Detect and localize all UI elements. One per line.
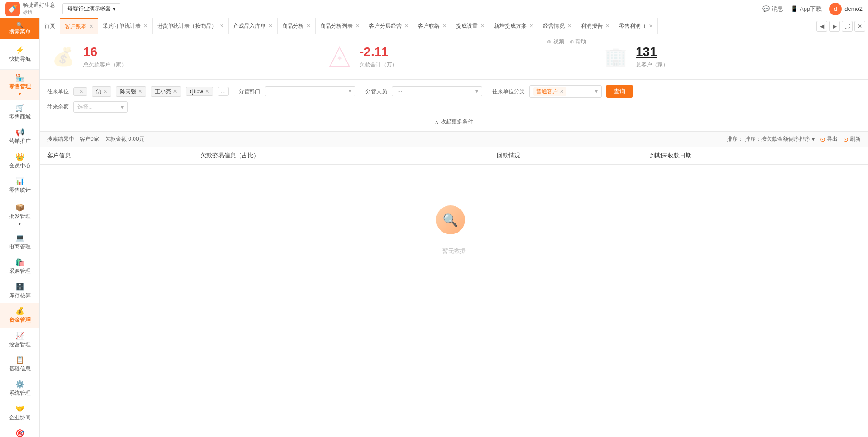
filter-balance-select[interactable]: 选择... ▾ <box>73 101 128 113</box>
batch-mgmt-label: 批发管理 <box>9 213 31 220</box>
messages-btn[interactable]: 💬 消息 <box>762 5 783 13</box>
filter-tag-empty: ✕ <box>73 87 87 96</box>
sidebar-item-system[interactable]: ⚙️ 系统管理 <box>0 376 39 401</box>
sidebar-item-purchase[interactable]: 🛍️ 采购管理 <box>0 254 39 279</box>
table-container: 客户信息 欠款交易信息（占比） 回款情况 到期未收款日期 <box>40 147 868 437</box>
filter-category-select[interactable]: 普通客户 ✕ ▾ <box>529 86 602 98</box>
tab-retail-profit-close[interactable]: ✕ <box>649 23 653 29</box>
sidebar-item-retail-stats[interactable]: 📊 零售统计 <box>0 173 39 198</box>
sidebar-item-quick-nav[interactable]: ⚡ 快捷导航 <box>0 42 39 66</box>
col-repayment-label: 回款情况 <box>497 152 520 159</box>
retail-mall-icon: 🛒 <box>15 104 24 112</box>
tab-profit-report-close[interactable]: ✕ <box>605 23 609 29</box>
tab-customer-segment-close[interactable]: ✕ <box>404 23 408 29</box>
account-dropdown[interactable]: 母婴行业演示帐套 ▾ <box>62 3 120 14</box>
debt-amount-icon-area: ✦ <box>327 44 352 70</box>
col-due-date-label: 到期未收款日期 <box>650 152 691 159</box>
tab-home[interactable]: 首页 <box>40 18 60 34</box>
filter-tag-empty-remove[interactable]: ✕ <box>79 89 83 95</box>
filter-category-tag-remove[interactable]: ✕ <box>560 89 564 95</box>
refresh-btn[interactable]: ⊙ 刷新 <box>843 135 861 143</box>
filter-tag-chen-remove[interactable]: ✕ <box>138 89 142 95</box>
tab-profit-report[interactable]: 利润报告 ✕ <box>576 18 614 34</box>
tab-goods-analysis-label: 商品分析 <box>282 22 304 30</box>
sidebar-item-marketing[interactable]: 📢 营销推广 <box>0 124 39 149</box>
tab-cost-inbound-label: 产成品入库单 <box>233 22 266 30</box>
tab-cost-inbound-close[interactable]: ✕ <box>269 23 273 29</box>
empty-icon-circle: 🔍 <box>436 205 465 234</box>
filter-dept-select[interactable]: ▾ <box>265 86 355 96</box>
sidebar-item-basic-info[interactable]: 📋 基础信息 <box>0 352 39 376</box>
tab-inbound-stats[interactable]: 进货单统计表（按商品） ✕ <box>153 18 229 34</box>
tab-fullscreen-btn[interactable]: ⛶ <box>842 21 853 32</box>
sidebar-item-new-guide[interactable]: 🎯 新手引导 <box>0 425 39 437</box>
filter-tag-qiu-text: 仇 <box>96 88 101 95</box>
chevron-up-icon: ∧ <box>435 119 439 125</box>
export-btn[interactable]: ⊙ 导出 <box>820 135 838 143</box>
tab-purchase-order-stats-close[interactable]: ✕ <box>144 23 148 29</box>
filter-manager-select[interactable]: ··· ▾ <box>392 86 482 96</box>
help-btn[interactable]: ⊙ 帮助 <box>570 38 586 46</box>
sidebar-search[interactable]: 🔍 搜索菜单 <box>0 18 39 39</box>
tab-retail-profit[interactable]: 零售利润（ ✕ <box>614 18 658 34</box>
sidebar-item-inventory[interactable]: 🗄️ 库存核算 <box>0 279 39 303</box>
logo-title: 畅捷通好生意 <box>23 2 55 9</box>
operations-icon: 📈 <box>15 331 24 340</box>
collapse-btn[interactable]: ∧ 收起更多条件 <box>47 116 861 128</box>
sidebar-item-batch-mgmt[interactable]: 📦 批发管理 ▾ <box>0 200 39 230</box>
tab-operations-status-close[interactable]: ✕ <box>567 23 571 29</box>
tab-customer-capital[interactable]: 客户账本 ✕ <box>60 18 98 34</box>
tab-new-tip-plan-close[interactable]: ✕ <box>529 23 533 29</box>
tab-goods-analysis-list[interactable]: 商品分析列表 ✕ <box>316 18 364 34</box>
video-btn[interactable]: ⊙ 视频 <box>547 38 564 46</box>
refresh-label: 刷新 <box>850 135 861 143</box>
tab-cost-inbound[interactable]: 产成品入库单 ✕ <box>229 18 278 34</box>
query-button[interactable]: 查询 <box>606 85 633 98</box>
sidebar-item-ecommerce[interactable]: 💻 电商管理 <box>0 230 39 254</box>
empty-icon: 🔍 <box>436 205 472 242</box>
col-due-date: 到期未收款日期 <box>643 147 868 165</box>
tab-purchase-order-stats[interactable]: 采购订单统计表 ✕ <box>98 18 153 34</box>
debt-card-actions: ⊙ 视频 ⊙ 帮助 <box>547 38 586 46</box>
filter-tag-wang-remove[interactable]: ✕ <box>173 89 177 95</box>
tab-operations-status[interactable]: 经营情况 ✕ <box>538 18 576 34</box>
tab-customer-capital-close[interactable]: ✕ <box>89 24 93 29</box>
sidebar-item-retail-mall[interactable]: 🛒 零售商城 <box>0 100 39 124</box>
sidebar-item-finance[interactable]: 💰 资金管理 <box>0 303 39 328</box>
user-area[interactable]: d demo2 <box>829 3 863 15</box>
tab-goods-analysis-close[interactable]: ✕ <box>307 23 311 29</box>
app-download-btn[interactable]: 📱 App下载 <box>791 5 822 13</box>
sidebar-item-member[interactable]: 👑 会员中心 <box>0 149 39 173</box>
tab-next-btn[interactable]: ▶ <box>829 21 840 32</box>
table-body: 🔍 暂无数据 <box>40 165 868 296</box>
tab-operations-status-label: 经营情况 <box>543 22 565 30</box>
filter-tag-cjttcw-remove[interactable]: ✕ <box>205 89 209 95</box>
tab-close-all-btn[interactable]: ✕ <box>854 21 865 32</box>
retail-mgmt-label: 零售管理 <box>9 83 31 90</box>
filter-more-btn[interactable]: ... <box>218 87 229 96</box>
tab-tip-settings[interactable]: 提成设置 ✕ <box>451 18 489 34</box>
col-debt-info-label: 欠款交易信息（占比） <box>201 152 259 159</box>
tab-goods-analysis-list-close[interactable]: ✕ <box>355 23 360 29</box>
tab-prev-btn[interactable]: ◀ <box>816 21 827 32</box>
sidebar-item-enterprise-collab[interactable]: 🤝 企业协同 <box>0 401 39 425</box>
sort-select[interactable]: 排序： 排序：按欠款金额倒序排序 ▾ <box>727 135 815 143</box>
sidebar-item-retail-mgmt[interactable]: 🏪 零售管理 ▾ <box>0 70 39 100</box>
tab-goods-analysis[interactable]: 商品分析 ✕ <box>278 18 316 34</box>
result-bar-right: 排序： 排序：按欠款金额倒序排序 ▾ ⊙ 导出 ⊙ 刷新 <box>727 135 861 143</box>
tab-tip-settings-close[interactable]: ✕ <box>480 23 484 29</box>
filter-manager-more[interactable]: ··· <box>398 88 402 95</box>
tab-customer-contact[interactable]: 客户联络 ✕ <box>413 18 451 34</box>
sidebar-search-label: 搜索菜单 <box>3 28 37 36</box>
filter-area: 往来单位 ✕ 仇 ✕ 陈民强 ✕ 王小亮 ✕ cjttc <box>40 80 868 132</box>
tab-customer-segment-label: 客户分层经营 <box>369 22 402 30</box>
tab-inbound-stats-close[interactable]: ✕ <box>220 23 224 29</box>
tab-customer-segment[interactable]: 客户分层经营 ✕ <box>364 18 413 34</box>
tab-new-tip-plan[interactable]: 新增提成方案 ✕ <box>489 18 538 34</box>
filter-tag-qiu-remove[interactable]: ✕ <box>103 89 107 95</box>
total-customers-value: 131 <box>636 45 668 59</box>
logo-icon: 🍼 <box>5 2 20 16</box>
filter-tag-qiu: 仇 ✕ <box>92 86 111 97</box>
tab-customer-contact-close[interactable]: ✕ <box>442 23 446 29</box>
sidebar-item-operations[interactable]: 📈 经营管理 <box>0 328 39 352</box>
